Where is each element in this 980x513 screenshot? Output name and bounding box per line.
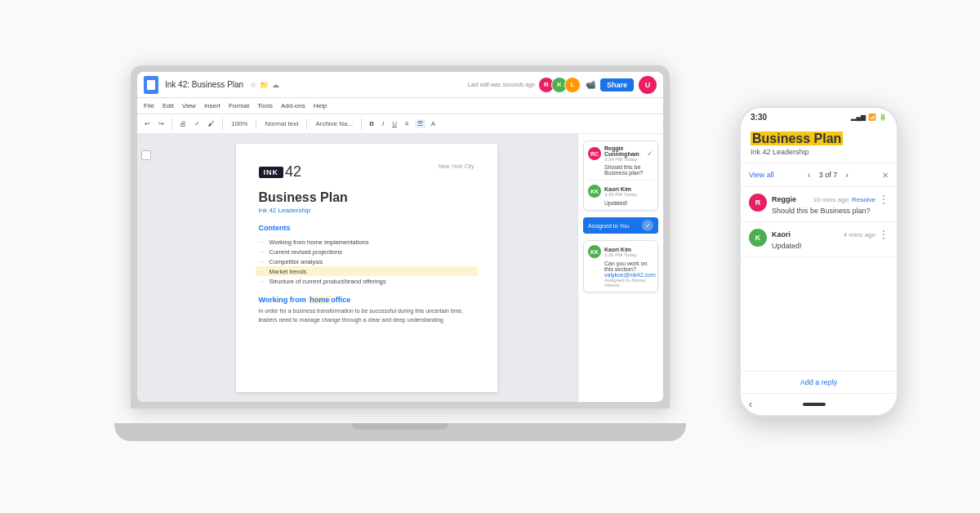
comment-2-author: Kaori Kim xyxy=(604,186,653,192)
next-comment-button[interactable]: › xyxy=(840,168,853,181)
scene: Ink 42: Business Plan ☆ 📁 ☁ Last edit wa… xyxy=(0,0,980,513)
spellcheck-button[interactable]: ✓ xyxy=(192,119,203,128)
list-item-3: Competitor analysis xyxy=(259,256,474,266)
doc-main-title: Business Plan xyxy=(259,190,474,205)
prev-comment-button[interactable]: ‹ xyxy=(803,168,816,181)
doc-contents-list: Working from home implementations Curren… xyxy=(259,237,474,286)
star-icon[interactable]: ☆ xyxy=(250,81,256,89)
zoom-dropdown[interactable]: 100% xyxy=(228,119,251,128)
comment-reply-link[interactable]: valykoe@ink42.com xyxy=(604,272,653,278)
phone-comment-2-body: Kaori 4 mins ago ⋮ Updated! xyxy=(772,229,889,250)
doc-logo-num: 42 xyxy=(285,163,301,181)
docs-comments-panel: RC Reggie Cunningham 3:34 PM Today ✓ Sho… xyxy=(577,134,663,402)
comment-1-author: Reggie Cunningham xyxy=(604,145,644,157)
phone-status-icons: ▂▄▆ 📶 🔋 xyxy=(851,114,887,121)
phone-comment-1-header: Reggie 10 mins ago Resolve ⋮ xyxy=(772,194,889,205)
assigned-label: Assigned to You xyxy=(588,223,629,229)
phone-comment-2-meta-right: 4 mins ago ⋮ xyxy=(844,229,889,240)
resolve-button[interactable]: Resolve xyxy=(852,196,875,203)
section2-post: office xyxy=(331,296,350,304)
menu-format[interactable]: Format xyxy=(229,102,249,109)
docs-format-bar: ↩ ↪ 🖨 ✓ 🖌 100% Normal text Archive Na...… xyxy=(137,114,663,134)
print-button[interactable]: 🖨 xyxy=(177,119,189,128)
italic-button[interactable]: I xyxy=(380,119,386,128)
close-comments-button[interactable]: ✕ xyxy=(882,171,889,180)
doc-location: New York City xyxy=(439,163,474,169)
phone-comment-1-time: 10 mins ago xyxy=(813,196,849,203)
paint-format-button[interactable]: 🖌 xyxy=(206,119,217,128)
phone-comment-1-meta-right: 10 mins ago Resolve ⋮ xyxy=(813,194,889,205)
view-all-link[interactable]: View all xyxy=(749,171,774,179)
section2-highlight: home xyxy=(308,296,331,304)
assigned-check-icon[interactable]: ✓ xyxy=(642,220,653,231)
avatar-lm: L xyxy=(564,77,581,93)
user-avatar[interactable]: U xyxy=(639,76,657,94)
comment-1-meta: Reggie Cunningham 3:34 PM Today xyxy=(604,145,644,162)
undo-button[interactable]: ↩ xyxy=(142,119,153,128)
underline-button[interactable]: U xyxy=(390,119,399,128)
doc-body-text: In order for a business transformation t… xyxy=(259,307,474,324)
more-options-button-1[interactable]: ⋮ xyxy=(879,194,889,205)
comment-2-text: Updated! xyxy=(604,200,653,206)
phone-comment-2-header: Kaori 4 mins ago ⋮ xyxy=(772,229,889,240)
docs-toolbar-top: Ink 42: Business Plan ☆ 📁 ☁ Last edit wa… xyxy=(137,72,663,98)
phone-doc-title-wrapper: Business Plan xyxy=(751,132,887,146)
menu-help[interactable]: Help xyxy=(314,102,327,109)
phone-comment-2: K Kaori 4 mins ago ⋮ Updated! xyxy=(741,222,897,257)
phone-doc-subtitle: Ink 42 Leadership xyxy=(751,148,887,156)
format-sep-2 xyxy=(222,118,223,130)
list-item-4: Market trends xyxy=(256,266,478,276)
list-item-2: Current revised projections xyxy=(259,247,474,256)
menu-file[interactable]: File xyxy=(144,102,154,109)
add-reply-button[interactable]: Add a reply xyxy=(741,371,897,393)
comment-2-avatar: KK xyxy=(588,185,601,198)
bold-button[interactable]: B xyxy=(367,119,376,128)
align-left-button[interactable]: ≡ xyxy=(403,119,412,128)
ink-badge: INK xyxy=(259,167,284,178)
google-docs-icon xyxy=(144,76,158,94)
menu-tools[interactable]: Tools xyxy=(257,102,273,109)
phone-comments-section: View all ‹ 3 of 7 › ✕ R Reggie 10 mins a… xyxy=(741,163,897,393)
menu-insert[interactable]: Insert xyxy=(204,102,220,109)
align-center-button[interactable]: ☰ xyxy=(415,119,425,128)
phone-comment-1-author: Reggie xyxy=(772,195,796,203)
folder-icon[interactable]: 📁 xyxy=(260,81,269,89)
redo-button[interactable]: ↪ xyxy=(156,119,167,128)
menu-addons[interactable]: Add-ons xyxy=(281,102,305,109)
list-item-1: Working from home implementations xyxy=(259,237,474,247)
menu-view[interactable]: View xyxy=(182,102,196,109)
phone-doc-title: Business Plan xyxy=(751,132,843,145)
phone-time: 3:30 xyxy=(751,113,767,122)
ruler-icon xyxy=(141,150,151,160)
style-dropdown[interactable]: Normal text xyxy=(261,119,301,128)
color-button[interactable]: A xyxy=(429,119,438,128)
doc-header: INK 42 New York City xyxy=(259,163,474,181)
comment-3-header: KK Kaori Kim 3:26 PM Today xyxy=(588,245,653,258)
phone-comment-1-body: Reggie 10 mins ago Resolve ⋮ Should this… xyxy=(772,194,889,215)
share-button[interactable]: Share xyxy=(600,78,634,91)
phone-comment-1-text: Should this be Business plan? xyxy=(772,207,889,215)
docs-menu-bar: File Edit View Insert Format Tools Add-o… xyxy=(137,98,663,114)
laptop-base xyxy=(114,423,686,441)
section2-pre: Working from xyxy=(259,296,309,304)
laptop-screen-inner: Ink 42: Business Plan ☆ 📁 ☁ Last edit wa… xyxy=(137,72,663,402)
pagination-info: 3 of 7 xyxy=(819,171,838,179)
docs-content-wrapper: INK 42 New York City Business Plan Ink 4… xyxy=(137,134,663,402)
more-options-button-2[interactable]: ⋮ xyxy=(879,229,889,240)
font-dropdown[interactable]: Archive Na... xyxy=(312,119,356,128)
collaborator-avatars: R K L xyxy=(541,77,581,93)
phone-comment-1: R Reggie 10 mins ago Resolve ⋮ Should th… xyxy=(741,187,897,222)
meeting-icon[interactable]: 📹 xyxy=(586,80,595,89)
back-nav-button[interactable]: ‹ xyxy=(749,399,752,410)
last-edit-label: Last edit was seconds ago xyxy=(467,82,535,87)
list-item-5: Structure of current product/brand offer… xyxy=(259,276,474,286)
phone-home-indicator[interactable] xyxy=(803,403,826,406)
comment-3-text: Can you work on this section? xyxy=(604,261,653,272)
comment-1: RC Reggie Cunningham 3:34 PM Today ✓ Sho… xyxy=(583,141,658,211)
phone-doc-header: Business Plan Ink 42 Leadership xyxy=(741,123,897,163)
format-sep-5 xyxy=(361,118,362,130)
menu-edit[interactable]: Edit xyxy=(163,102,174,109)
comment-2-time: 3:26 PM Today xyxy=(604,192,653,197)
comment-1-time: 3:34 PM Today xyxy=(604,157,644,162)
comment-3-time: 3:26 PM Today xyxy=(604,252,653,257)
